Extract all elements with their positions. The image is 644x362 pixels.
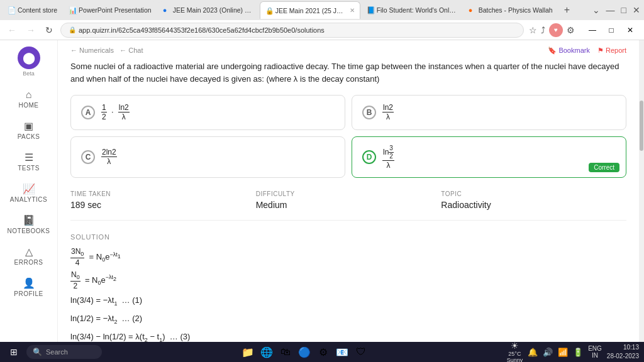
win-maximize[interactable]: □ (602, 23, 620, 38)
meta-difficulty-label: DIFFICULTY (256, 190, 441, 197)
tab-icon-powerpoint: 📊 (69, 6, 76, 14)
clock-date: 28-02-2023 (607, 352, 639, 361)
errors-icon: △ (25, 246, 33, 258)
meta-row: TIME TAKEN 189 sec DIFFICULTY Medium TOP… (70, 190, 626, 221)
url-bar[interactable]: 🔒 app.quizrr.in/62c5ca493f85644353f2e168… (60, 23, 524, 38)
option-c-content: 2ln2λ (101, 148, 117, 167)
system-clock[interactable]: 10:13 28-02-2023 (607, 343, 639, 361)
volume-icon[interactable]: 🔊 (543, 348, 553, 357)
sidebar-item-label-tests: TESTS (18, 165, 40, 172)
sidebar-item-notebooks[interactable]: 📓 NOTEBOOKS (0, 209, 57, 239)
address-bar: ← → ↻ 🔒 app.quizrr.in/62c5ca493f85644353… (0, 20, 644, 40)
breadcrumb-numericals[interactable]: ← Numericals (70, 47, 114, 54)
window-control-square[interactable]: □ (620, 5, 628, 15)
option-c[interactable]: C 2ln2λ (70, 136, 345, 178)
option-d-label: D (362, 150, 376, 164)
meta-difficulty: DIFFICULTY Medium (256, 190, 441, 210)
sidebar-item-errors[interactable]: △ ERRORS (0, 241, 57, 271)
forward-button[interactable]: → (24, 24, 38, 36)
win-minimize[interactable]: — (584, 23, 601, 38)
language-indicator[interactable]: ENGIN (588, 345, 602, 359)
new-tab-button[interactable]: + (559, 4, 575, 16)
sidebar-nav: ⌂ HOME ▣ PACKS ☰ TESTS 📈 ANALYTICS 📓 NOT… (0, 84, 57, 302)
tab-content-store[interactable]: 📄 Content store (3, 1, 62, 19)
taskbar-search-bar[interactable]: 🔍 Search (26, 345, 102, 359)
notification-icon[interactable]: 🔔 (528, 348, 538, 357)
tab-icon-content-store: 📄 (8, 6, 15, 14)
correct-badge: Correct (589, 163, 619, 172)
beta-label: Beta (23, 70, 35, 77)
taskbar-icon-store[interactable]: 🛍 (277, 344, 294, 360)
sidebar-item-label-home: HOME (19, 102, 39, 109)
solution-math: 3N04 = N0e−λt1 N02 = N0e−λt2 ln(3/4) = −… (70, 247, 626, 342)
taskbar-icon-edge[interactable]: 🔵 (296, 344, 313, 360)
question-text: Some nuclei of a radioactive material ar… (70, 60, 626, 85)
profile-avatar[interactable]: ♥ (549, 23, 563, 37)
tab-close-jee2021[interactable]: ✕ (350, 7, 355, 14)
option-a-label: A (81, 106, 95, 119)
option-b[interactable]: B ln2λ (352, 95, 626, 130)
share-icon[interactable]: ⤴ (541, 25, 545, 35)
taskbar-icon-browser1[interactable]: 🌐 (258, 344, 275, 360)
analytics-icon: 📈 (23, 183, 35, 195)
tab-icon-batches: ● (469, 6, 476, 14)
taskbar-search-text: Search (46, 348, 68, 356)
report-action[interactable]: ⚑ Report (597, 47, 626, 55)
win-controls: — □ ✕ (584, 23, 639, 38)
meta-time-label: TIME TAKEN (70, 190, 256, 197)
profile-icon: 👤 (23, 277, 35, 289)
extensions-icon[interactable]: ⚙ (567, 25, 575, 35)
sidebar-item-profile[interactable]: 👤 PROFILE (0, 272, 57, 302)
option-a[interactable]: A 12 · ln2λ (70, 95, 345, 130)
meta-difficulty-value: Medium (256, 200, 441, 210)
option-d[interactable]: D ln32 λ Correct (352, 136, 626, 178)
sidebar-item-packs[interactable]: ▣ PACKS (0, 115, 57, 145)
solution-line-5: ln(3/4) − ln(1/2) = λ(t2 − t1) … (3) (70, 329, 626, 342)
solution-section: SOLUTION 3N04 = N0e−λt1 N02 = N0e−λt2 ln… (70, 233, 626, 342)
reload-button[interactable]: ↻ (43, 24, 55, 36)
tab-batches[interactable]: ● Batches - Physics Wallah (464, 1, 558, 19)
wifi-icon[interactable]: 📶 (558, 348, 568, 357)
window-control-close[interactable]: ✕ (631, 5, 641, 15)
meta-time-value: 189 sec (70, 200, 256, 210)
taskbar-search-icon: 🔍 (33, 348, 42, 356)
sidebar-logo[interactable]: ⬤ (18, 47, 40, 69)
scroll-thumb[interactable] (640, 101, 643, 151)
sidebar-item-home[interactable]: ⌂ HOME (0, 84, 57, 114)
taskbar-icon-explorer[interactable]: 📁 (240, 344, 256, 360)
breadcrumb-chat[interactable]: ← Chat (119, 47, 143, 54)
address-bar-actions: ☆ ⤴ ♥ ⚙ — □ ✕ (529, 23, 639, 38)
home-icon: ⌂ (26, 89, 32, 101)
tab-bar: 📄 Content store 📊 PowerPoint Presentatio… (0, 0, 644, 20)
option-a-frac2: ln2λ (118, 103, 130, 122)
taskbar-icon-mail[interactable]: 📧 (334, 344, 350, 360)
win-close[interactable]: ✕ (621, 23, 639, 38)
tests-icon: ☰ (25, 151, 33, 163)
sidebar-item-label-analytics: ANALYTICS (10, 196, 47, 203)
tab-filo[interactable]: 📘 Filo Student: World's Only Live ... (362, 1, 462, 19)
window-control-dash[interactable]: — (605, 5, 616, 15)
tab-jee2023[interactable]: ● JEE Main 2023 (Online) 29th Jan... (158, 1, 258, 19)
option-b-content: ln2λ (382, 103, 394, 122)
start-button[interactable]: ⊞ (5, 345, 23, 359)
meta-topic-label: TOPIC (441, 190, 626, 197)
weather-widget: ☀ 25°C Sunny (507, 341, 523, 362)
taskbar-icon-shield[interactable]: 🛡 (353, 344, 369, 360)
bookmark-action[interactable]: 🔖 Bookmark (548, 47, 590, 55)
back-button[interactable]: ← (5, 24, 19, 36)
tab-powerpoint[interactable]: 📊 PowerPoint Presentation (64, 1, 157, 19)
scrollbar[interactable] (639, 40, 644, 342)
meta-topic: TOPIC Radioactivity (441, 190, 626, 210)
taskbar-icon-settings[interactable]: ⚙ (315, 344, 331, 360)
bookmark-star-icon[interactable]: ☆ (529, 25, 537, 35)
weather-temp: 25°C (508, 351, 521, 357)
sidebar-item-analytics[interactable]: 📈 ANALYTICS (0, 178, 57, 208)
minimize-chevron[interactable]: ⌄ (591, 5, 601, 15)
tab-jee2021[interactable]: 🔒 JEE Main 2021 (25 Jul Shift 1 ✕ (260, 1, 360, 19)
tab-icon-jee2021: 🔒 (265, 7, 273, 14)
solution-label: SOLUTION (70, 233, 626, 241)
battery-icon[interactable]: 🔋 (573, 348, 583, 357)
weather-icon: ☀ (511, 341, 519, 351)
options-grid: A 12 · ln2λ B ln2λ (70, 95, 626, 178)
sidebar-item-tests[interactable]: ☰ TESTS (0, 146, 57, 177)
